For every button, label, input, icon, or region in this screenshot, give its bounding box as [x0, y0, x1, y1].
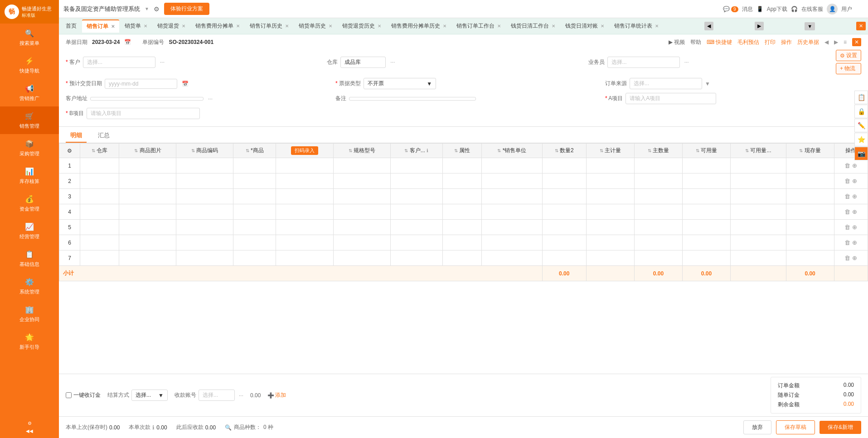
salesman-dots[interactable]: ··· — [684, 59, 689, 65]
sidebar-item-system[interactable]: ⚙️ 系统管理 — [0, 272, 59, 300]
online-service-label[interactable]: 在线客服 — [801, 5, 823, 13]
tab-daily-reconcile[interactable]: 钱货日清对账 ✕ — [561, 20, 609, 32]
row-spec[interactable] — [334, 173, 391, 189]
tab-nav-prev[interactable]: ◀ — [704, 22, 713, 30]
tab-sales-order-history[interactable]: 销售订单历史 ✕ — [245, 20, 293, 32]
table-tab-detail[interactable]: 明细 — [66, 129, 87, 143]
scan-btn[interactable]: 扫码录入 — [291, 146, 318, 155]
account-input[interactable]: 选择... — [199, 390, 235, 401]
salesman-input[interactable]: 选择... — [607, 57, 680, 68]
th-code[interactable]: ⇅ 商品编码 — [176, 144, 233, 158]
remark-input[interactable] — [349, 97, 476, 101]
right-panel-edit-icon[interactable]: ✏️ — [854, 119, 868, 132]
row-spec[interactable] — [334, 235, 391, 250]
sidebar-item-enterprise[interactable]: 🏢 企业协同 — [0, 300, 59, 327]
th-spec[interactable]: ⇅ 规格型号 — [334, 144, 391, 158]
view-btn[interactable]: ▶ 视频 — [669, 39, 685, 46]
sidebar-item-guide[interactable]: 🌟 新手引导 — [0, 327, 59, 355]
row-delete-btn[interactable]: 🗑 — [844, 255, 850, 261]
row-spec[interactable] — [334, 189, 391, 204]
row-spec[interactable] — [334, 220, 391, 235]
next-page-icon[interactable]: ▶ — [834, 39, 838, 45]
add-btn[interactable]: ➕ 添加 — [267, 391, 286, 399]
row-spec[interactable] — [334, 204, 391, 220]
add-logistics-btn[interactable]: + 物流 — [836, 63, 861, 74]
table-tab-summary[interactable]: 汇总 — [93, 129, 114, 143]
tab-close-icon[interactable]: ✕ — [378, 24, 381, 29]
row-warehouse[interactable] — [80, 235, 119, 250]
row-delete-btn[interactable]: 🗑 — [844, 224, 850, 231]
row-main-qty[interactable] — [634, 204, 682, 220]
save-new-btn[interactable]: 保存&新增 — [820, 421, 861, 434]
row-copy-btn[interactable]: ⊕ — [852, 239, 857, 246]
row-customer-code[interactable] — [390, 158, 442, 173]
row-product[interactable] — [233, 173, 276, 189]
discard-btn[interactable]: 放弃 — [743, 420, 771, 434]
row-attribute[interactable] — [442, 220, 481, 235]
row-product[interactable] — [233, 189, 276, 204]
row-customer-code[interactable] — [390, 204, 442, 220]
print-btn[interactable]: 打印 — [765, 39, 776, 46]
customer-dots[interactable]: ··· — [160, 59, 165, 65]
sidebar-item-purchase[interactable]: 📦 采购管理 — [0, 134, 59, 162]
row-customer-code[interactable] — [390, 220, 442, 235]
th-settings[interactable]: ⚙ — [59, 144, 80, 158]
row-product[interactable] — [233, 158, 276, 173]
tab-sales-expense-history[interactable]: 销售费用分摊单历史 ✕ — [387, 20, 451, 32]
row-code[interactable] — [176, 173, 233, 189]
row-code[interactable] — [176, 250, 233, 266]
tab-nav-close[interactable]: ✕ — [856, 22, 866, 30]
tab-sales-order-workbench[interactable]: 销售订单工作台 ✕ — [452, 20, 505, 32]
row-warehouse[interactable] — [80, 189, 119, 204]
th-available[interactable]: ⇅ 可用量 — [682, 144, 730, 158]
right-panel-lock-icon[interactable]: 🔒 — [854, 105, 868, 118]
tab-sales-stats[interactable]: 销售订单统计表 ✕ — [610, 20, 663, 32]
row-unit[interactable] — [482, 204, 543, 220]
tab-close-icon[interactable]: ✕ — [144, 24, 147, 29]
tab-nav-list[interactable]: ▼ — [805, 22, 815, 30]
calendar-icon[interactable]: 📅 — [124, 39, 131, 45]
tab-home[interactable]: 首页 — [61, 20, 81, 32]
row-unit[interactable] — [482, 189, 543, 204]
tab-close-icon[interactable]: ✕ — [111, 24, 115, 29]
prev-page-icon[interactable]: ◀ — [824, 39, 829, 45]
th-attribute[interactable]: ⇅ 属性 — [442, 144, 481, 158]
row-delete-btn[interactable]: 🗑 — [844, 178, 850, 184]
th-current[interactable]: ⇅ 现存量 — [786, 144, 834, 158]
sidebar-item-search[interactable]: 🔍 搜索菜单 — [0, 24, 59, 51]
shortcut-btn[interactable]: ⌨ 快捷键 — [707, 39, 732, 46]
th-main-unit[interactable]: ⇅ 主计量 — [586, 144, 634, 158]
tab-close-icon[interactable]: ✕ — [655, 24, 659, 29]
row-qty2[interactable] — [542, 235, 586, 250]
tab-nav-next[interactable]: ▶ — [755, 22, 764, 30]
user-label[interactable]: 用户 — [841, 5, 852, 13]
row-customer-code[interactable] — [390, 173, 442, 189]
close-form-icon[interactable]: ✕ — [852, 38, 861, 46]
history-btn[interactable]: 历史单据 — [797, 39, 819, 46]
right-panel-camera-icon[interactable]: 📷 — [854, 147, 868, 160]
row-qty2[interactable] — [542, 220, 586, 235]
th-scan[interactable]: 扫码录入 — [276, 144, 334, 158]
row-customer-code[interactable] — [390, 250, 442, 266]
sidebar-collapse-btn[interactable]: ◀◀ — [26, 428, 33, 433]
th-product[interactable]: ⇅ *商品 — [233, 144, 276, 158]
row-main-qty[interactable] — [634, 250, 682, 266]
tab-close-icon[interactable]: ✕ — [182, 24, 185, 29]
row-attribute[interactable] — [442, 204, 481, 220]
row-attribute[interactable] — [442, 173, 481, 189]
tab-sales-return[interactable]: 销货退货 ✕ — [153, 20, 190, 32]
message-icon[interactable]: 💬 9 — [723, 6, 738, 12]
row-warehouse[interactable] — [80, 250, 119, 266]
row-spec[interactable] — [334, 158, 391, 173]
row-product[interactable] — [233, 250, 276, 266]
th-qty2[interactable]: ⇅ 数量2 — [542, 144, 586, 158]
row-warehouse[interactable] — [80, 173, 119, 189]
row-main-qty[interactable] — [634, 189, 682, 204]
tab-daily-workbench[interactable]: 钱货日清工作台 ✕ — [506, 20, 560, 32]
app-download-label[interactable]: App下载 — [767, 5, 787, 13]
tab-sales-invoice-history[interactable]: 销货单历史 ✕ — [294, 20, 337, 32]
sidebar-item-finance[interactable]: 💰 资金管理 — [0, 189, 59, 217]
row-qty2[interactable] — [542, 204, 586, 220]
tab-close-icon[interactable]: ✕ — [236, 24, 240, 29]
row-copy-btn[interactable]: ⊕ — [852, 162, 857, 169]
